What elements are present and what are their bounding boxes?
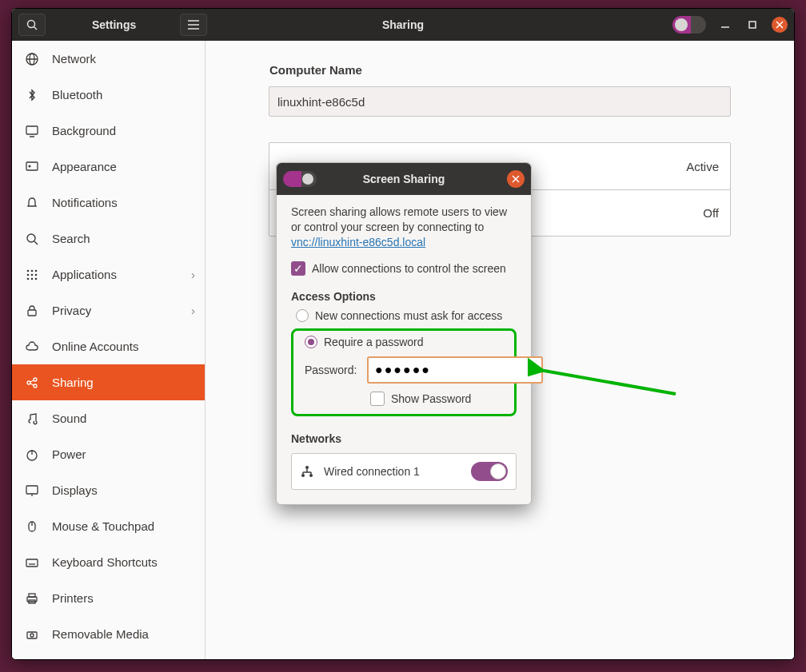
sidebar-item-displays[interactable]: Displays: [12, 472, 205, 508]
maximize-icon: [748, 21, 756, 29]
svg-point-0: [28, 21, 35, 28]
dialog-close-button[interactable]: [507, 170, 525, 188]
network-row: Wired connection 1: [291, 453, 517, 490]
svg-point-25: [31, 277, 34, 280]
network-name: Wired connection 1: [324, 465, 420, 478]
password-label: Password:: [305, 364, 361, 376]
display-icon: [25, 483, 39, 498]
chevron-right-icon: ›: [191, 268, 195, 281]
svg-point-52: [301, 474, 305, 477]
sidebar-item-removable-media[interactable]: Removable Media: [12, 616, 205, 652]
sidebar-item-bluetooth[interactable]: Bluetooth: [12, 77, 205, 113]
wired-icon: [300, 464, 314, 479]
sidebar: NetworkBluetoothBackgroundAppearanceNoti…: [12, 41, 205, 659]
sidebar-item-label: Applications: [52, 268, 117, 281]
sidebar-item-mouse-touchpad[interactable]: Mouse & Touchpad: [12, 508, 205, 544]
grid-icon: [25, 268, 39, 282]
minimize-button[interactable]: [717, 17, 733, 33]
computer-name-input[interactable]: [269, 86, 731, 117]
sidebar-item-sharing[interactable]: Sharing: [12, 364, 205, 400]
sidebar-item-label: Notifications: [52, 196, 118, 209]
search-button[interactable]: [18, 14, 46, 36]
power-icon: [25, 447, 39, 462]
hamburger-button[interactable]: [180, 14, 207, 36]
search-icon: [25, 232, 39, 246]
vnc-link[interactable]: vnc://linuxhint-e86c5d.local: [291, 236, 425, 249]
radio-require-password[interactable]: [305, 336, 317, 348]
svg-line-1: [34, 27, 38, 30]
dialog-description: Screen sharing allows remote users to vi…: [291, 205, 517, 250]
chevron-right-icon: ›: [191, 304, 195, 317]
sidebar-item-label: Power: [52, 447, 86, 461]
sidebar-item-label: Appearance: [52, 160, 117, 173]
sidebar-item-keyboard-shortcuts[interactable]: Keyboard Shortcuts: [12, 544, 205, 580]
keyboard-icon: [25, 555, 39, 570]
sidebar-item-sound[interactable]: Sound: [12, 400, 205, 436]
sidebar-item-network[interactable]: Network: [12, 41, 205, 77]
allow-control-label: Allow connections to control the screen: [312, 262, 506, 275]
sidebar-item-label: Keyboard Shortcuts: [52, 555, 158, 569]
sharing-master-toggle[interactable]: [672, 16, 706, 34]
svg-point-21: [27, 273, 30, 276]
password-input[interactable]: [367, 356, 543, 384]
dialog-title: Screen Sharing: [363, 173, 445, 185]
show-password-checkbox[interactable]: [370, 392, 385, 406]
svg-rect-35: [26, 486, 38, 494]
dialog-master-toggle[interactable]: [283, 171, 317, 187]
screen-sharing-dialog: Screen Sharing Screen sharing allows rem…: [276, 162, 532, 505]
maximize-button[interactable]: [744, 17, 760, 33]
sidebar-item-notifications[interactable]: Notifications: [12, 185, 205, 221]
networks-heading: Networks: [291, 432, 517, 445]
password-highlight-annotation: Require a password Password: Show Passwo…: [291, 328, 517, 416]
lock-icon: [25, 304, 39, 318]
svg-point-28: [27, 381, 30, 384]
music-icon: [25, 412, 39, 426]
svg-point-20: [35, 269, 38, 272]
sidebar-item-search[interactable]: Search: [12, 221, 205, 256]
svg-rect-27: [28, 310, 36, 316]
sidebar-item-label: Printers: [52, 591, 94, 605]
svg-rect-47: [27, 632, 37, 638]
sidebar-item-label: Removable Media: [52, 627, 149, 641]
cloud-icon: [25, 340, 39, 354]
svg-line-17: [34, 241, 38, 245]
svg-point-53: [309, 474, 313, 477]
dialog-description-text: Screen sharing allows remote users to vi…: [291, 205, 507, 233]
sidebar-item-background[interactable]: Background: [12, 113, 205, 149]
svg-point-29: [34, 378, 37, 381]
radio-ask-access[interactable]: [296, 309, 309, 322]
sidebar-item-label: Privacy: [52, 304, 91, 317]
sidebar-item-online-accounts[interactable]: Online Accounts: [12, 328, 205, 364]
svg-point-26: [35, 277, 38, 280]
bell-icon: [25, 196, 39, 210]
share-icon: [25, 376, 39, 390]
minimize-icon: [721, 21, 729, 29]
allow-control-checkbox[interactable]: ✓: [291, 261, 305, 276]
network-toggle[interactable]: [471, 462, 508, 481]
sidebar-item-label: Sound: [52, 412, 86, 425]
appearance-icon: [25, 160, 39, 174]
sidebar-item-applications[interactable]: Applications›: [12, 256, 205, 292]
svg-rect-45: [29, 594, 35, 597]
svg-rect-39: [26, 559, 38, 567]
svg-point-22: [31, 273, 34, 276]
access-options-heading: Access Options: [291, 290, 517, 303]
close-button[interactable]: [772, 17, 788, 33]
sidebar-item-label: Sharing: [52, 376, 94, 389]
svg-rect-6: [749, 22, 756, 28]
radio-password-label: Require a password: [324, 336, 424, 348]
sidebar-item-appearance[interactable]: Appearance: [12, 149, 205, 185]
sidebar-item-power[interactable]: Power: [12, 436, 205, 472]
svg-point-18: [27, 269, 30, 272]
computer-name-label: Computer Name: [269, 63, 362, 77]
show-password-label: Show Password: [391, 392, 471, 405]
svg-point-19: [31, 269, 34, 272]
sidebar-item-privacy[interactable]: Privacy›: [12, 292, 205, 328]
radio-ask-label: New connections must ask for access: [315, 309, 502, 322]
svg-point-24: [27, 277, 30, 280]
svg-point-51: [305, 466, 309, 469]
monitor-icon: [25, 124, 39, 138]
sidebar-item-printers[interactable]: Printers: [12, 580, 205, 616]
search-icon: [26, 19, 38, 30]
close-icon: [512, 175, 520, 183]
